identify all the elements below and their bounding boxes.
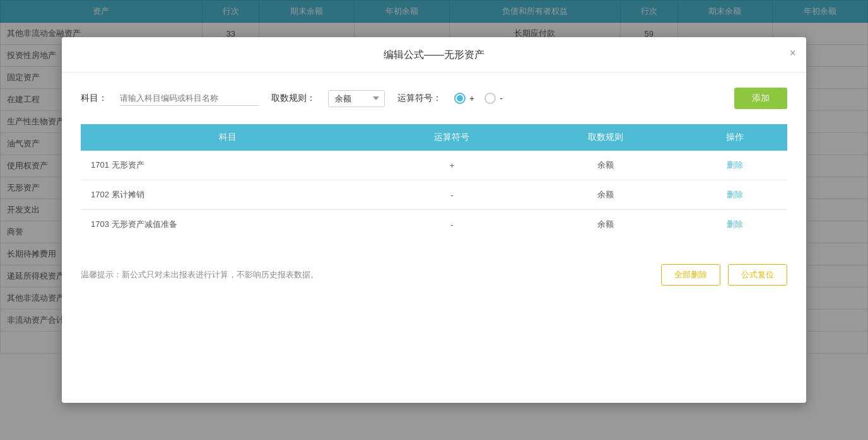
formula-subject: 1703 无形资产减值准备 xyxy=(81,210,375,240)
operator-minus-radio[interactable] xyxy=(484,93,496,104)
formula-subject: 1702 累计摊销 xyxy=(81,180,375,210)
operator-minus-label: - xyxy=(500,93,503,103)
rule-select[interactable]: 余额 借方余额 贷方余额 发生额 xyxy=(328,90,385,107)
formula-form-row: 科目： 取数规则： 余额 借方余额 贷方余额 发生额 运算符号： + xyxy=(81,88,787,109)
formula-rule: 余额 xyxy=(529,180,683,210)
formula-row: 1703 无形资产减值准备 - 余额 删除 xyxy=(81,210,787,240)
reset-formula-button[interactable]: 公式复位 xyxy=(728,264,787,286)
delete-link[interactable]: 删除 xyxy=(727,219,743,229)
modal-body: 科目： 取数规则： 余额 借方余额 贷方余额 发生额 运算符号： + xyxy=(62,72,806,254)
modal-footer: 温馨提示：新公式只对未出报表进行计算，不影响历史报表数据。 全部删除 公式复位 xyxy=(62,254,806,301)
subject-label: 科目： xyxy=(81,93,107,104)
formula-action: 删除 xyxy=(683,210,787,240)
delete-link[interactable]: 删除 xyxy=(727,190,743,199)
operator-radio-group: + - xyxy=(454,93,503,104)
formula-operator: + xyxy=(375,151,529,180)
hint-text: 温馨提示：新公式只对未出报表进行计算，不影响历史报表数据。 xyxy=(81,269,319,281)
add-button[interactable]: 添加 xyxy=(734,88,787,109)
modal-title: 编辑公式——无形资产 xyxy=(384,49,484,60)
operator-plus-label: + xyxy=(469,93,474,103)
formula-rule: 余额 xyxy=(529,151,683,180)
formula-action: 删除 xyxy=(683,151,787,180)
rule-label: 取数规则： xyxy=(271,93,315,104)
edit-formula-modal: 编辑公式——无形资产 × 科目： 取数规则： 余额 借方余额 贷方余额 发生额 … xyxy=(62,37,806,403)
modal-header: 编辑公式——无形资产 × xyxy=(62,37,806,72)
table-header-subject: 科目 xyxy=(81,124,375,151)
table-header-action: 操作 xyxy=(683,124,787,151)
formula-action: 删除 xyxy=(683,180,787,210)
formula-row: 1701 无形资产 + 余额 删除 xyxy=(81,151,787,180)
table-header-operator: 运算符号 xyxy=(375,124,529,151)
delete-link[interactable]: 删除 xyxy=(727,160,743,170)
modal-overlay: 编辑公式——无形资产 × 科目： 取数规则： 余额 借方余额 贷方余额 发生额 … xyxy=(0,0,868,440)
table-header-rule: 取数规则 xyxy=(529,124,683,151)
formula-operator: - xyxy=(375,180,529,210)
modal-close-button[interactable]: × xyxy=(789,47,796,59)
delete-all-button[interactable]: 全部删除 xyxy=(661,264,720,286)
footer-buttons: 全部删除 公式复位 xyxy=(661,264,787,286)
operator-label: 运算符号： xyxy=(397,93,442,104)
operator-plus-radio[interactable] xyxy=(454,93,466,104)
formula-operator: - xyxy=(375,210,529,240)
operator-minus-option[interactable]: - xyxy=(484,93,503,104)
formula-rule: 余额 xyxy=(529,210,683,240)
formula-data-table: 科目 运算符号 取数规则 操作 1701 无形资产 + 余额 删除 1702 累… xyxy=(81,124,787,239)
formula-row: 1702 累计摊销 - 余额 删除 xyxy=(81,180,787,210)
subject-input[interactable] xyxy=(120,91,259,106)
operator-plus-option[interactable]: + xyxy=(454,93,474,104)
rule-select-wrap: 余额 借方余额 贷方余额 发生额 xyxy=(328,90,385,107)
formula-subject: 1701 无形资产 xyxy=(81,151,375,180)
